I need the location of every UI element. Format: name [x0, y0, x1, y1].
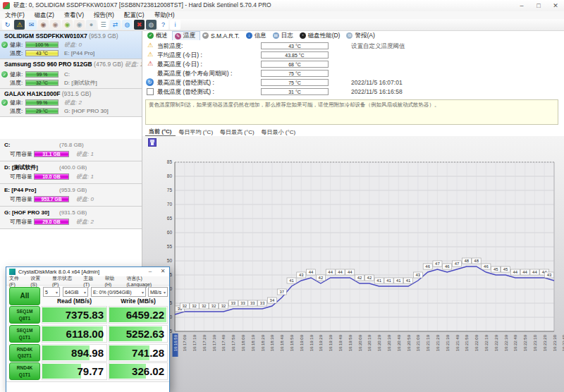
- cdm-read-cell: 894.98: [42, 344, 107, 362]
- chart-tab[interactable]: 每日平均 (°C): [176, 128, 217, 136]
- surface-test-icon[interactable]: ●: [86, 20, 97, 30]
- cdm-menu-item[interactable]: 设置(S): [27, 275, 49, 287]
- temperature-icon: ✎: [175, 33, 181, 39]
- partition-avail-row: 可用容量31.1 GB硬盘: 1: [0, 149, 142, 159]
- tab-smart[interactable]: ☛S.M.A.R.T.: [200, 31, 244, 40]
- svg-text:16:23:10: 16:23:10: [533, 334, 537, 351]
- svg-text:44: 44: [338, 270, 343, 274]
- tab-overview[interactable]: ✓概述: [145, 31, 172, 40]
- disk-health-row: ✓健康:99 %C:: [0, 70, 142, 78]
- set-custom-threshold-link[interactable]: 设置自定义温度阈值: [351, 42, 405, 51]
- menu-item[interactable]: 报告(R): [89, 11, 119, 20]
- partition-entry[interactable]: D: [测试软件](400.0 GB)可用容量10.0 GB硬盘: 1: [0, 161, 142, 184]
- cdm-test-label-1: RND4K: [10, 365, 39, 372]
- select-value: 64GiB: [65, 290, 78, 295]
- cdm-result-value: 7375.83: [42, 307, 104, 324]
- alert-shield-icon[interactable]: ⚠: [14, 20, 25, 30]
- target-drive-select[interactable]: E: 0% (0/954GiB)▾: [91, 287, 146, 297]
- detect-disk-icon-3[interactable]: ◉: [62, 20, 73, 30]
- cdm-menu-item[interactable]: 帮助(H): [102, 275, 123, 287]
- svg-text:16:19:09: 16:19:09: [300, 334, 304, 351]
- unit-select[interactable]: MB/s▾: [148, 287, 168, 297]
- close-button[interactable]: ✕: [547, 1, 564, 11]
- report-mail-icon[interactable]: ✉: [26, 20, 37, 30]
- avail-bar: 29.0 GB: [34, 219, 69, 225]
- menu-item[interactable]: 帮助(H): [149, 11, 180, 20]
- performance-icon: ◔: [300, 32, 306, 39]
- svg-text:16:20:19: 16:20:19: [367, 334, 372, 351]
- svg-text:16:18:49: 16:18:49: [280, 334, 284, 351]
- svg-text:16:23:20: 16:23:20: [543, 334, 547, 351]
- temperature-checkbox[interactable]: [147, 88, 154, 95]
- tab-performance[interactable]: ◔磁盘性能(D): [298, 31, 345, 40]
- menu-item[interactable]: 配置(C): [119, 11, 149, 20]
- partition-size: (931.5 GB): [59, 209, 87, 216]
- sync-icon[interactable]: ⇄: [110, 20, 121, 30]
- log-list-icon[interactable]: ☰: [98, 20, 109, 30]
- disk-entry[interactable]: Samsung SSD 960 PRO 512GB (476.9 GB) 硬盘:…: [0, 59, 142, 89]
- detect-disk-icon-1[interactable]: ◉: [38, 20, 49, 30]
- partition-header: C:(76.8 GB): [0, 140, 142, 149]
- disk-name: SOLIDIGM SSDPFKKW010X7: [4, 32, 89, 39]
- cdm-test-button[interactable]: SEQ1MQ1T1: [9, 325, 40, 343]
- help-icon[interactable]: ?: [158, 20, 168, 30]
- chart-tab[interactable]: 每日最高 (°C): [216, 128, 258, 136]
- cdm-menu-item[interactable]: 文件(F): [6, 275, 27, 287]
- select-value: E: 0% (0/954GiB): [93, 290, 131, 295]
- tab-alerts[interactable]: ⧉警报(A): [344, 31, 379, 40]
- tab-info-tab[interactable]: ↓信息: [244, 31, 271, 40]
- www-icon[interactable]: ◍: [146, 20, 157, 30]
- svg-text:65: 65: [167, 216, 173, 221]
- network-icon[interactable]: ◍: [122, 20, 133, 30]
- all-tests-button[interactable]: All: [9, 287, 40, 305]
- temp-bar: 32 °C: [25, 80, 59, 86]
- temperature-row: ⚠平均温度 (今日) :43.85 °C: [142, 51, 564, 60]
- menu-item[interactable]: 文件(F): [0, 11, 30, 20]
- temperature-row-label: 最高温度 (曾经测试) :: [157, 79, 214, 87]
- svg-text:42: 42: [357, 276, 362, 280]
- svg-text:43: 43: [416, 273, 421, 277]
- test-count-select[interactable]: 5▾: [43, 287, 60, 297]
- cdm-test-button[interactable]: RND4KQ32T1: [9, 344, 40, 362]
- tab-log-tab[interactable]: ▤日志: [271, 31, 298, 40]
- remote-monitor-icon[interactable]: ✖: [134, 20, 145, 30]
- cdm-status-bar: [6, 381, 169, 392]
- disk-health-row: ✓健康:99 %硬盘: 2: [0, 98, 142, 106]
- cdm-menu-item[interactable]: 显示状态(P): [49, 275, 80, 287]
- minimize-button[interactable]: –: [513, 1, 530, 11]
- app-icon: [3, 2, 10, 9]
- partition-entry[interactable]: E: [P44 Pro](953.9 GB)可用容量953.7 GB硬盘: 0: [0, 184, 142, 207]
- menu-item[interactable]: 查看(V): [59, 11, 89, 20]
- cdm-result-value: 5252.63: [109, 326, 164, 343]
- disk-entry[interactable]: SOLIDIGM SSDPFKKW010X7 (953.9 GB)✓健康:100…: [0, 31, 142, 59]
- cdm-test-button[interactable]: SEQ1MQ8T1: [9, 306, 40, 324]
- health-check-icon: ✓: [1, 99, 8, 106]
- disk-entry[interactable]: GALAX HA1K1000F (931.5 GB)✓健康:99 %硬盘: 2温…: [0, 89, 142, 117]
- cdm-menu-item[interactable]: 主题(T): [80, 275, 102, 287]
- detect-disk-icon-2[interactable]: ◉: [50, 20, 61, 30]
- cdm-test-label-2: Q1T1: [10, 334, 39, 341]
- partition-entry[interactable]: C:(76.8 GB)可用容量31.1 GB硬盘: 1: [0, 139, 142, 161]
- chart-tab[interactable]: 每日最小 (°C): [258, 128, 300, 136]
- maximize-button[interactable]: □: [530, 1, 547, 11]
- tab-label: 磁盘性能(D): [308, 32, 341, 40]
- partition-entry[interactable]: G: [HOF PRO 30](931.5 GB)可用容量29.0 GB硬盘: …: [0, 207, 142, 229]
- chart-tab[interactable]: 当前 (°C): [145, 128, 176, 136]
- svg-text:16:18:59: 16:18:59: [290, 334, 294, 351]
- window-title: 硬盘: 0, SOLIDIGM SSDPFKKW010X7 [SSB8N7238…: [13, 1, 271, 10]
- chevron-down-icon: ▾: [56, 290, 58, 295]
- avail-label: 可用容量: [10, 173, 34, 180]
- tab-temperature[interactable]: ✎温度: [172, 31, 200, 40]
- cdm-test-button[interactable]: RND4KQ1T1: [9, 362, 40, 380]
- info-icon[interactable]: i: [170, 20, 180, 30]
- svg-text:45: 45: [494, 267, 498, 271]
- temperature-bar: 43.85 °C: [261, 51, 329, 59]
- chart-zone: 2530354045505560657075808516:16:5916:17:…: [142, 136, 564, 392]
- test-size-select[interactable]: 64GiB▾: [63, 287, 88, 297]
- refresh-icon[interactable]: ↻: [2, 20, 13, 30]
- cdm-menu-item[interactable]: 语言(L)(Language): [123, 275, 169, 287]
- warning-yellow-icon: ⚠: [146, 42, 154, 49]
- tab-label: 警报(A): [355, 32, 374, 40]
- detect-disk-icon-4[interactable]: ◉: [74, 20, 85, 30]
- menu-item[interactable]: 磁盘(Z): [30, 11, 59, 20]
